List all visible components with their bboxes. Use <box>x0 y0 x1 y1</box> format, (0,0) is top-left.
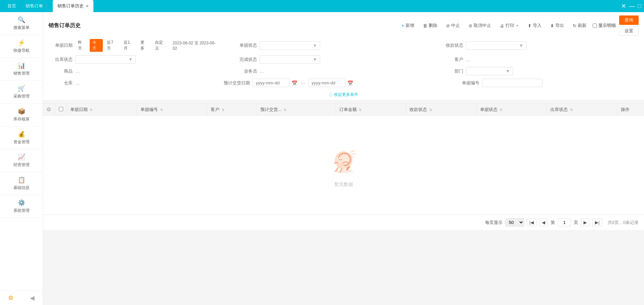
per-page-label: 每页显示 <box>485 220 503 226</box>
date-tab-custom[interactable]: 自定义 <box>152 39 169 52</box>
main-layout: 🔍 搜索菜单 ⚡ 快捷导航 📊 销售管理 🛒 采购管理 📦 库存核算 💰 资金管… <box>0 12 644 305</box>
product-dots[interactable]: ... <box>75 68 80 74</box>
delivery-date-from[interactable] <box>253 79 290 87</box>
sidebar-item-search-menu[interactable]: 🔍 搜索菜单 <box>0 12 43 35</box>
prev-page-button[interactable]: ◀ <box>539 219 548 226</box>
print-button[interactable]: 🖨 打印 ▼ <box>497 21 522 30</box>
th-out-status: 出库状态 ⇅ <box>547 104 617 116</box>
top-bar-minimize-icon[interactable]: — <box>629 3 635 10</box>
tab-sales-order-history-close[interactable]: ✕ <box>86 4 89 8</box>
th-customer-sort-icon[interactable]: ⇅ <box>222 108 224 112</box>
th-doc-no-sort-icon[interactable]: ⇅ <box>160 108 163 112</box>
th-doc-date-sort-icon[interactable]: ⇅ <box>90 108 92 112</box>
page-header: 销售订单历史 + 新增 🗑 删除 ⊘ 中止 ⊘ <box>43 12 644 101</box>
th-actions: 操作 <box>617 104 644 116</box>
delete-button[interactable]: 🗑 删除 <box>420 21 440 30</box>
date-tab-yesterday[interactable]: 昨天 <box>75 39 88 52</box>
delivery-date-from-cal-icon[interactable]: 📅 <box>292 80 297 86</box>
last-page-button[interactable]: ▶| <box>592 219 602 226</box>
complete-status-select[interactable]: ▼ <box>260 55 320 64</box>
doc-status-filter: ▼ <box>260 41 432 50</box>
sidebar-item-quick-nav[interactable]: ⚡ 快捷导航 <box>0 35 43 58</box>
delete-icon: 🗑 <box>423 23 427 28</box>
per-page-select[interactable]: 50 10 20 100 <box>505 218 524 227</box>
collection-status-select[interactable]: ▼ <box>466 41 526 50</box>
sidebar-item-operation[interactable]: 📈 经营管理 <box>0 149 43 172</box>
sidebar-item-inventory[interactable]: 📦 库存核算 <box>0 104 43 126</box>
add-icon: + <box>402 23 404 28</box>
warehouse-dots[interactable]: ... <box>75 80 80 86</box>
table-settings-icon[interactable]: ⚙ <box>46 107 51 112</box>
date-tabs: 昨天 今天 近7天 近1月 更多 自定义 <box>75 39 169 52</box>
date-filter-value: 昨天 今天 近7天 近1月 更多 自定义 2023-06-02 至 2023-0… <box>75 39 219 52</box>
out-status-select[interactable]: ▼ <box>75 55 136 64</box>
warehouse-label: 仓库 <box>48 80 75 86</box>
collapse-bar[interactable]: △ 收起更多条件 <box>48 90 639 100</box>
salesperson-dots[interactable]: ... <box>260 68 264 74</box>
date-tab-last7[interactable]: 近7天 <box>104 39 120 52</box>
tab-home[interactable]: 首页 <box>3 0 21 12</box>
th-expected-delivery: 预计交货... ⇅ <box>257 104 336 116</box>
doc-no-input[interactable] <box>482 79 543 87</box>
refresh-icon: ↻ <box>573 23 576 28</box>
dept-select[interactable]: ▼ <box>466 67 513 75</box>
date-tab-today[interactable]: 今天 <box>90 39 103 52</box>
purchase-icon: 🛒 <box>18 85 25 92</box>
delivery-date-label: 预计交货日期 <box>219 80 253 86</box>
top-bar-close-icon[interactable]: ✕ <box>621 2 626 10</box>
tab-sales-order[interactable]: 销售订单 ✕ <box>21 0 53 12</box>
page-label: 第 <box>551 220 555 226</box>
th-doc-status-sort-icon[interactable]: ⇅ <box>500 108 502 112</box>
delivery-date-to-cal-icon[interactable]: 📅 <box>347 80 353 86</box>
add-button[interactable]: + 新增 <box>399 21 417 30</box>
stop-button[interactable]: ⊘ 中止 <box>443 21 463 30</box>
dept-arrow-icon: ▼ <box>506 69 510 74</box>
date-tab-last1month[interactable]: 近1月 <box>121 39 136 52</box>
select-all-checkbox[interactable] <box>59 107 63 111</box>
show-columns-toggle[interactable]: 显示明细 <box>593 23 616 29</box>
sidebar-item-sales[interactable]: 📊 销售管理 <box>0 58 43 81</box>
settings-button[interactable]: 设置 <box>619 26 639 36</box>
total-label: 共0页，0条记录 <box>608 220 639 226</box>
th-order-amount: 订单金额 ⇅ <box>336 104 406 116</box>
salesperson-label: 业务员 <box>233 68 260 74</box>
th-order-amount-sort-icon[interactable]: ⇅ <box>359 108 361 112</box>
import-button[interactable]: ⬆ 导入 <box>525 21 544 30</box>
doc-status-label: 单据状态 <box>233 42 260 48</box>
sidebar-item-system[interactable]: ⚙️ 系统管理 <box>0 195 43 218</box>
sidebar-item-basic-info-label: 基础信息 <box>13 185 30 191</box>
show-columns-checkbox[interactable] <box>593 24 597 28</box>
th-expected-delivery-sort-icon[interactable]: ⇅ <box>284 108 286 112</box>
out-status-filter: ▼ <box>75 55 219 64</box>
sidebar-collapse-icon[interactable]: ◀ <box>30 294 35 302</box>
quick-nav-icon: ⚡ <box>18 39 25 46</box>
cancel-stop-button[interactable]: ⊘ 取消中止 <box>466 21 494 30</box>
page-title: 销售订单历史 <box>48 22 81 29</box>
empty-row: 暂无数据 <box>43 116 644 215</box>
tab-sales-order-history[interactable]: 销售订单历史 ✕ <box>53 0 93 12</box>
delivery-date-to[interactable] <box>308 79 345 87</box>
sidebar-item-quick-nav-label: 快捷导航 <box>13 48 30 53</box>
sidebar-item-basic-info[interactable]: 📋 基础信息 <box>0 172 43 195</box>
sidebar-item-finance[interactable]: 💰 资金管理 <box>0 126 43 149</box>
action-buttons: 查询 设置 <box>619 15 639 36</box>
tab-sales-order-close[interactable]: ✕ <box>45 4 48 8</box>
export-button[interactable]: ⬇ 导出 <box>548 21 567 30</box>
th-out-status-sort-icon[interactable]: ⇅ <box>570 108 573 112</box>
date-tab-more[interactable]: 更多 <box>138 39 151 52</box>
page-input[interactable] <box>558 219 571 226</box>
empty-state: 暂无数据 <box>43 116 644 215</box>
query-button[interactable]: 查询 <box>619 15 639 25</box>
th-collection-status-sort-icon[interactable]: ⇅ <box>429 108 432 112</box>
collection-status-filter: ▼ <box>466 41 639 50</box>
customer-dots[interactable]: ... <box>466 56 470 63</box>
tab-home-label: 首页 <box>7 3 16 9</box>
first-page-button[interactable]: |◀ <box>527 219 536 226</box>
top-bar-maximize-icon[interactable]: □ <box>638 3 641 10</box>
sales-icon: 📊 <box>18 62 25 69</box>
sidebar-settings-icon[interactable]: ⚙ <box>8 294 13 302</box>
next-page-button[interactable]: ▶ <box>581 219 590 226</box>
sidebar-item-purchase[interactable]: 🛒 采购管理 <box>0 81 43 104</box>
doc-status-select[interactable]: ▼ <box>260 41 320 50</box>
refresh-button[interactable]: ↻ 刷新 <box>570 21 589 30</box>
